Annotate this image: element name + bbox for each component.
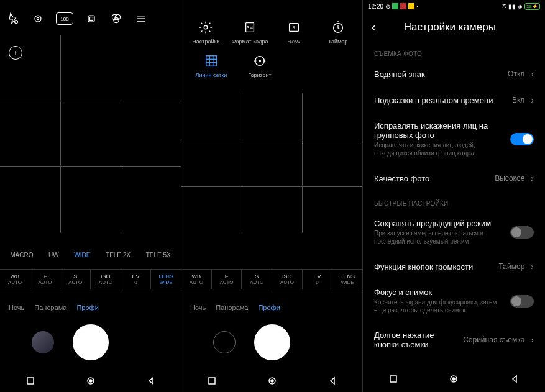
gallery-thumbnail[interactable] xyxy=(213,331,236,353)
android-navbar xyxy=(363,370,545,388)
svg-text:R: R xyxy=(293,25,296,30)
pro-iso[interactable]: ISOAUTO xyxy=(272,270,303,289)
modes-row[interactable]: Ночь Панорама Профи xyxy=(181,304,362,311)
nav-recent-icon[interactable] xyxy=(26,376,35,385)
svg-text:3:4: 3:4 xyxy=(247,25,253,30)
timer-button[interactable]: Таймер xyxy=(319,19,357,45)
shutter-button[interactable] xyxy=(254,324,290,360)
svg-rect-4 xyxy=(90,17,93,21)
mode-pro[interactable]: Профи xyxy=(258,304,280,311)
gridlines-button[interactable]: Линии сетки xyxy=(193,52,230,78)
nav-home-icon[interactable] xyxy=(449,375,458,383)
status-bar: 12:20 ⊘ · ⚻ ▮▮ ◈ 38⚡ xyxy=(363,0,545,12)
pro-s[interactable]: SAUTO xyxy=(242,270,272,289)
resolution-badge[interactable]: 108 xyxy=(56,12,73,25)
svg-point-13 xyxy=(89,380,92,382)
svg-rect-3 xyxy=(88,16,94,22)
viewfinder[interactable] xyxy=(0,35,181,233)
pro-params-row: WBAUTO FAUTO SAUTO ISOAUTO EV0 LENSWIDE xyxy=(0,269,181,289)
pro-params-row: WBAUTO FAUTO SAUTO ISOAUTO EV0 LENSWIDE xyxy=(181,269,362,289)
gallery-thumbnail[interactable] xyxy=(32,331,54,353)
mode-panorama[interactable]: Панорама xyxy=(34,304,66,311)
menu-icon[interactable] xyxy=(134,12,148,25)
svg-point-7 xyxy=(114,17,119,22)
pro-lens[interactable]: LENSWIDE xyxy=(332,270,362,289)
aspect-button[interactable]: 3:4 Формат кадра xyxy=(231,19,268,45)
chevron-right-icon: › xyxy=(531,262,534,271)
setting-volume-keys[interactable]: Функция кнопок громкости Таймер › xyxy=(363,253,545,280)
viewfinder[interactable] xyxy=(181,93,362,233)
zoom-tele5x[interactable]: TELE 5X xyxy=(146,252,171,258)
toggle-distortion[interactable] xyxy=(510,133,534,145)
eye-icon[interactable] xyxy=(31,12,45,25)
raw-button[interactable]: R RAW xyxy=(275,19,313,45)
pro-iso[interactable]: ISOAUTO xyxy=(91,270,121,289)
pro-wb[interactable]: WBAUTO xyxy=(0,270,30,289)
setting-watermark[interactable]: Водяной знак Откл › xyxy=(363,61,545,87)
nav-back-icon[interactable] xyxy=(147,376,155,385)
zoom-tele2x[interactable]: TELE 2X xyxy=(106,252,131,258)
nav-home-icon[interactable] xyxy=(86,376,95,385)
svg-point-0 xyxy=(15,21,18,24)
svg-point-14 xyxy=(204,25,208,29)
mode-night[interactable]: Ночь xyxy=(190,304,206,311)
setting-keep-mode[interactable]: Сохранять предыдущий режим При запуске к… xyxy=(363,211,545,253)
pro-wb[interactable]: WBAUTO xyxy=(181,270,212,289)
svg-point-31 xyxy=(271,380,273,382)
mode-pro[interactable]: Профи xyxy=(76,304,98,311)
pro-ev[interactable]: EV0 xyxy=(303,270,333,289)
mode-panorama[interactable]: Панорама xyxy=(216,304,248,311)
setting-long-press[interactable]: Долгое нажатие кнопки съемки Серийная съ… xyxy=(363,322,545,357)
signal-icon: ▮▮ xyxy=(508,3,516,10)
nav-recent-icon[interactable] xyxy=(389,375,398,383)
settings-button[interactable]: Настройки xyxy=(187,19,224,45)
chevron-right-icon: › xyxy=(531,69,534,79)
nav-home-icon[interactable] xyxy=(268,376,277,385)
toggle-focus-shoot[interactable] xyxy=(510,295,534,308)
shutter-button[interactable] xyxy=(73,324,109,360)
pro-ev[interactable]: EV0 xyxy=(121,270,152,289)
nav-back-icon[interactable] xyxy=(510,375,519,383)
status-app-icon xyxy=(408,3,414,9)
back-button[interactable]: ‹ xyxy=(372,20,376,34)
svg-point-2 xyxy=(37,17,39,19)
status-time: 12:20 xyxy=(368,3,383,10)
horizon-button[interactable]: Горизонт xyxy=(241,52,278,78)
svg-rect-29 xyxy=(209,378,215,384)
ai-icon[interactable] xyxy=(85,12,98,25)
flash-icon[interactable] xyxy=(6,12,20,25)
pro-f[interactable]: FAUTO xyxy=(30,270,61,289)
setting-distortion[interactable]: Исправлять искажения лиц на групповых фо… xyxy=(363,113,545,165)
zoom-wide[interactable]: WIDE xyxy=(74,252,90,258)
toggle-keep-mode[interactable] xyxy=(510,226,534,239)
pro-f[interactable]: FAUTO xyxy=(212,270,242,289)
shutter-area xyxy=(0,317,181,367)
pro-s[interactable]: SAUTO xyxy=(60,270,91,289)
battery-icon: 38⚡ xyxy=(524,3,540,10)
svg-rect-11 xyxy=(27,378,34,384)
zoom-macro[interactable]: MACRO xyxy=(10,252,33,258)
svg-point-34 xyxy=(452,378,455,380)
zoom-uw[interactable]: UW xyxy=(48,252,59,258)
chevron-right-icon: › xyxy=(531,95,534,105)
zoom-row: MACRO UW WIDE TELE 2X TELE 5X xyxy=(0,252,181,258)
status-more-icon: · xyxy=(416,3,418,10)
setting-quality[interactable]: Качество фото Высокое › xyxy=(363,165,545,191)
modes-row[interactable]: Ночь Панорама Профи xyxy=(0,304,181,311)
shutter-area xyxy=(181,317,362,367)
status-app-icon xyxy=(400,3,406,9)
pro-lens[interactable]: LENSWIDE xyxy=(151,270,181,289)
settings-icons-row: Настройки 3:4 Формат кадра R RAW Таймер xyxy=(181,0,362,48)
settings-header: ‹ Настройки камеры xyxy=(363,12,545,42)
wifi-icon: ◈ xyxy=(518,3,523,10)
chevron-right-icon: › xyxy=(531,335,534,345)
mode-night[interactable]: Ночь xyxy=(9,304,24,311)
setting-focus-shoot[interactable]: Фокус и снимок Коснитесь экрана для фоку… xyxy=(363,280,545,322)
nav-recent-icon[interactable] xyxy=(208,376,216,385)
settings-subrow: Линии сетки Горизонт xyxy=(181,48,362,82)
status-app-icon xyxy=(392,3,398,9)
chevron-right-icon: › xyxy=(531,173,534,183)
setting-hints[interactable]: Подсказки в реальном времени Вкл › xyxy=(363,87,545,113)
filter-icon[interactable] xyxy=(109,12,123,25)
nav-back-icon[interactable] xyxy=(328,376,337,385)
